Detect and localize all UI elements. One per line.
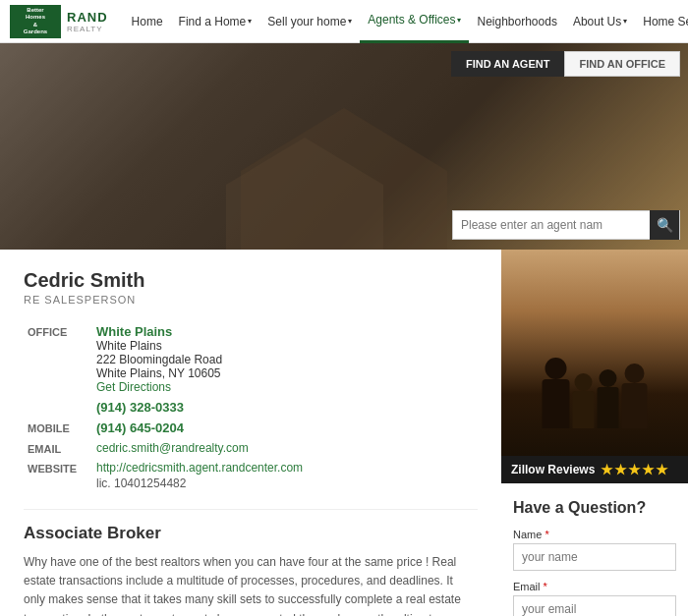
agent-card: Cedric Smith RE SALESPERSON OFFICE White…: [0, 250, 501, 616]
email-group: Email *: [513, 581, 676, 616]
zillow-stars: ★★★★★: [601, 462, 669, 477]
logo-area: BetterHomes&Gardens RAND REALTY: [10, 5, 108, 38]
tab-find-agent[interactable]: FIND AN AGENT: [451, 51, 564, 77]
office-row: OFFICE White Plains White Plains 222 Blo…: [24, 321, 478, 418]
search-button[interactable]: 🔍: [650, 210, 679, 240]
website-label: Website: [24, 458, 92, 493]
search-bar: 🔍: [452, 210, 680, 240]
mobile-phone[interactable]: (914) 645-0204: [96, 420, 184, 435]
office-label: OFFICE: [24, 321, 92, 418]
form-title: Have a Question?: [513, 499, 676, 517]
name-input[interactable]: [513, 543, 676, 571]
email-label-form: Email *: [513, 581, 676, 592]
mobile-label: Mobile: [24, 418, 92, 438]
get-directions-link[interactable]: Get Directions: [96, 380, 171, 394]
nav-sell[interactable]: Sell your home ▾: [259, 0, 360, 43]
bio-title: Associate Broker: [24, 524, 478, 543]
logo-rand-bot: REALTY: [67, 25, 103, 33]
bio-text: Why have one of the best realtors when y…: [24, 553, 478, 616]
email-row: Email cedric.smith@randrealty.com: [24, 438, 478, 458]
office-name[interactable]: White Plains: [96, 324, 474, 339]
tab-bar: FIND AN AGENT FIND AN OFFICE: [451, 51, 680, 77]
nav-about[interactable]: About Us ▾: [565, 0, 635, 43]
agent-info-table: OFFICE White Plains White Plains 222 Blo…: [24, 321, 478, 493]
main-content: Cedric Smith RE SALESPERSON OFFICE White…: [0, 250, 688, 616]
agent-lic: lic. 10401254482: [96, 476, 474, 490]
logo-rand: RAND REALTY: [67, 10, 108, 33]
agent-name: Cedric Smith: [24, 269, 478, 292]
tab-find-office[interactable]: FIND AN OFFICE: [564, 51, 680, 77]
search-input[interactable]: [453, 218, 650, 232]
mobile-row: Mobile (914) 645-0204: [24, 418, 478, 438]
email-input[interactable]: [513, 595, 676, 616]
right-column: Zillow Reviews ★★★★★ Have a Question? Na…: [501, 250, 688, 616]
office-addr1: White Plains: [96, 339, 474, 353]
name-label: Name *: [513, 529, 676, 540]
nav-home[interactable]: Home: [124, 0, 171, 43]
office-phone[interactable]: (914) 328-0333: [96, 400, 184, 415]
main-nav: Home Find a Home ▾ Sell your home ▾ Agen…: [124, 0, 688, 43]
logo-rand-top: RAND: [67, 10, 108, 25]
office-addr2: 222 Bloomingdale Road: [96, 353, 474, 366]
hero-section: FIND AN AGENT FIND AN OFFICE 🔍: [0, 43, 688, 250]
divider: [24, 509, 478, 510]
logo-bh: BetterHomes&Gardens: [10, 5, 61, 38]
question-form: Have a Question? Name * Email * Phone: [501, 483, 688, 616]
nav-neighborhoods[interactable]: Neighborhoods: [469, 0, 564, 43]
nav-home-services[interactable]: Home Services ▾: [635, 0, 688, 43]
zillow-bar: Zillow Reviews ★★★★★: [501, 456, 688, 483]
nav-agents[interactable]: Agents & Offices ▾: [360, 0, 469, 43]
website-row: Website http://cedricsmith.agent.randcen…: [24, 458, 478, 493]
zillow-label: Zillow Reviews: [511, 463, 595, 476]
email-label: Email: [24, 438, 92, 458]
agent-email[interactable]: cedric.smith@randrealty.com: [96, 441, 249, 455]
name-group: Name *: [513, 529, 676, 571]
agent-website[interactable]: http://cedricsmith.agent.randcenter.com: [96, 461, 303, 475]
agent-title: RE SALESPERSON: [24, 294, 478, 306]
nav-find-home[interactable]: Find a Home ▾: [171, 0, 260, 43]
office-addr3: White Plains, NY 10605: [96, 366, 474, 380]
header: BetterHomes&Gardens RAND REALTY Home Fin…: [0, 0, 688, 43]
agent-photo: [501, 250, 688, 456]
